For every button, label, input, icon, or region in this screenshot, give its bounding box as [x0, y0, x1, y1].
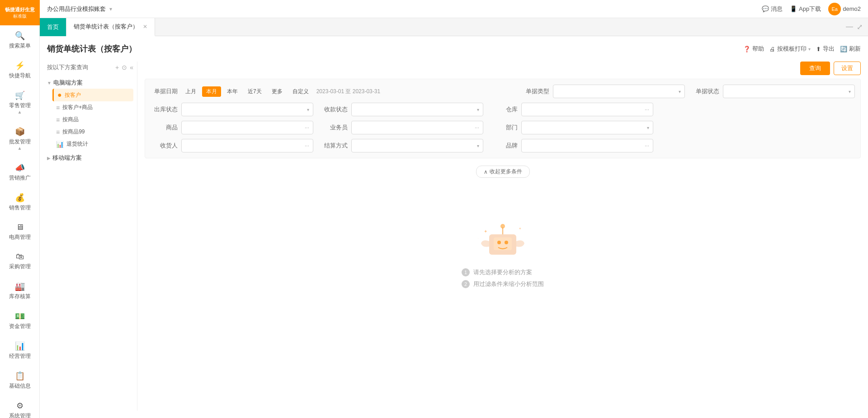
sidebar-item-ecom-label: 电商管理 [9, 233, 31, 241]
sidebar-item-quick-nav[interactable]: ⚡ 快捷导航 [0, 55, 39, 85]
sidebar-item-finance-label: 资金管理 [9, 323, 31, 330]
tab-minimize-icon[interactable]: — [846, 23, 853, 31]
sidebar-item-finance[interactable]: 💵 资金管理 [0, 306, 39, 336]
tab-sales-stat[interactable]: 销货单统计表（按客户） ✕ [66, 18, 155, 36]
sidebar-item-operations-label: 经营管理 [9, 352, 31, 360]
tree-item-by-customer-goods[interactable]: ≡ 按客户+商品 [52, 101, 133, 114]
sidebar-item-search[interactable]: 🔍 搜索菜单 [0, 25, 39, 55]
date-last-month[interactable]: 上月 [181, 86, 200, 97]
tree-item-by-goods[interactable]: ≡ 按商品 [52, 114, 133, 126]
sidebar-item-system-label: 系统管理 [9, 412, 31, 418]
sidebar-item-operations[interactable]: 📊 经营管理 [0, 336, 39, 366]
sidebar-item-purchase[interactable]: 🛍 采购管理 [0, 247, 39, 276]
empty-state: ✦ ✦ · 1 请先选择要分析的方案 2 用过滤条件来缩小分析范围 [145, 178, 861, 324]
quick-nav-icon: ⚡ [15, 61, 25, 71]
tree-desktop-items: ● 按客户 ≡ 按客户+商品 ≡ 按商品 [47, 89, 133, 150]
date-current-month[interactable]: 本月 [202, 86, 221, 97]
collect-status-arrow: ▾ [477, 107, 479, 112]
brand-label: 品牌 [491, 142, 518, 150]
collapse-btn[interactable]: ∧ 收起更多条件 [476, 166, 530, 178]
export-label: 导出 [823, 45, 835, 53]
sidebar-item-inventory[interactable]: 🏭 库存核算 [0, 276, 39, 306]
settlement-select[interactable]: ▾ [351, 139, 483, 152]
left-panel-header: 按以下方案查询 + ⊙ « [47, 62, 133, 73]
message-icon: 💬 [762, 5, 769, 12]
print-btn[interactable]: 🖨 按模板打印 ▾ [769, 45, 811, 53]
tree-item-by-goods-99[interactable]: ≡ 按商品99 [52, 126, 133, 138]
return-stat-label: 退货统计 [66, 140, 88, 148]
add-scheme-icon[interactable]: + [115, 64, 119, 71]
user-profile-btn[interactable]: Ea demo2 [828, 3, 861, 15]
settings-scheme-icon[interactable]: ⊙ [122, 64, 127, 71]
out-status-select[interactable]: ▾ [181, 103, 313, 116]
goods-dots[interactable]: ··· [305, 124, 309, 131]
tab-expand-controls: — ⤢ [846, 23, 868, 31]
recipient-select[interactable]: ··· [181, 139, 313, 152]
tab-home[interactable]: 首页 [40, 18, 66, 36]
salesperson-dots[interactable]: ··· [475, 124, 479, 131]
date-last-7[interactable]: 近7天 [244, 86, 266, 97]
filter-row-2: 出库状态 ▾ 收款状态 ▾ [151, 103, 855, 116]
finance-icon: 💵 [15, 311, 25, 321]
tree-item-return-stat[interactable]: 📊 退货统计 [52, 138, 133, 150]
sidebar-item-sales[interactable]: 💰 销售管理 [0, 187, 39, 217]
sidebar-menu: 🔍 搜索菜单 ⚡ 快捷导航 🛒 零售管理 ▲ 📦 批发管理 ▲ 📣 营销推广 💰… [0, 25, 39, 418]
left-panel-icons: + ⊙ « [115, 64, 133, 71]
sidebar-item-ecom[interactable]: 🖥 电商管理 [0, 217, 39, 247]
purchase-icon: 🛍 [16, 252, 24, 261]
doc-status-select[interactable]: ▾ [723, 85, 855, 98]
topbar: 办公用品行业模拟账套 ▾ 💬 消息 📱 App下载 Ea demo2 [40, 0, 868, 18]
operations-icon: 📊 [15, 341, 25, 351]
query-button[interactable]: 查询 [800, 62, 830, 75]
refresh-btn[interactable]: 🔄 刷新 [840, 45, 861, 53]
collect-status-select[interactable]: ▾ [351, 103, 483, 116]
collapse-panel-icon[interactable]: « [130, 64, 133, 71]
industry-title: 办公用品行业模拟账套 [47, 5, 106, 13]
salesperson-select[interactable]: ··· [351, 121, 483, 134]
warehouse-dots[interactable]: ··· [645, 106, 649, 113]
recipient-dots[interactable]: ··· [305, 142, 309, 149]
dept-select[interactable]: ▾ [521, 121, 653, 134]
sidebar-item-basic-label: 基础信息 [9, 382, 31, 390]
goods-select[interactable]: ··· [181, 121, 313, 134]
app-download-btn[interactable]: 📱 App下载 [790, 5, 821, 13]
filter-col-doc-status: 单据状态 ▾ [692, 85, 855, 98]
main-area: 办公用品行业模拟账套 ▾ 💬 消息 📱 App下载 Ea demo2 首页 [40, 0, 868, 418]
out-status-label: 出库状态 [151, 105, 178, 114]
dept-arrow: ▾ [647, 125, 649, 130]
help-btn[interactable]: ❓ 帮助 [743, 45, 764, 53]
filter-col-recipient: 收货人 ··· [151, 139, 313, 152]
sidebar-item-retail[interactable]: 🛒 零售管理 ▲ [0, 85, 39, 121]
sidebar: 畅捷通好生意 标准版 🔍 搜索菜单 ⚡ 快捷导航 🛒 零售管理 ▲ 📦 批发管理… [0, 0, 40, 418]
warehouse-select[interactable]: ··· [521, 103, 653, 116]
avatar-initials: Ea [832, 6, 838, 12]
export-btn[interactable]: ⬆ 导出 [816, 45, 835, 53]
tree-section-desktop-header[interactable]: ▼ 电脑端方案 [47, 77, 133, 89]
sidebar-item-retail-label: 零售管理 [9, 102, 31, 109]
sidebar-item-wholesale[interactable]: 📦 批发管理 ▲ [0, 121, 39, 157]
filter-row-3: 商品 ··· 业务员 ··· [151, 121, 855, 134]
brand-select[interactable]: ··· [521, 139, 653, 152]
date-more[interactable]: 更多 [268, 86, 287, 97]
sidebar-item-system[interactable]: ⚙ 系统管理 [0, 395, 39, 418]
message-btn[interactable]: 💬 消息 [762, 5, 783, 13]
filter-col-collect-status: 收款状态 ▾ [321, 103, 483, 116]
system-icon: ⚙ [16, 401, 24, 411]
help-icon: ❓ [743, 46, 750, 52]
brand-dots[interactable]: ··· [645, 142, 649, 149]
settings-button[interactable]: 设置 [834, 62, 861, 75]
sidebar-item-marketing[interactable]: 📣 营销推广 [0, 157, 39, 187]
tree-item-by-customer[interactable]: ● 按客户 [52, 89, 133, 101]
doc-type-select[interactable]: ▾ [553, 85, 685, 98]
goods-label: 商品 [151, 124, 178, 132]
date-current-year[interactable]: 本年 [223, 86, 242, 97]
tab-maximize-icon[interactable]: ⤢ [857, 23, 863, 31]
date-custom[interactable]: 自定义 [288, 86, 313, 97]
sidebar-item-basic[interactable]: 📋 基础信息 [0, 366, 39, 395]
tree-section-mobile-header[interactable]: ▶ 移动端方案 [47, 152, 133, 164]
filter-col-salesperson: 业务员 ··· [321, 121, 483, 134]
content-body: 按以下方案查询 + ⊙ « ▼ 电脑端方案 [47, 62, 861, 411]
industry-dropdown-icon[interactable]: ▾ [109, 6, 112, 12]
tab-close-icon[interactable]: ✕ [143, 24, 147, 30]
collect-status-label: 收款状态 [321, 105, 348, 114]
